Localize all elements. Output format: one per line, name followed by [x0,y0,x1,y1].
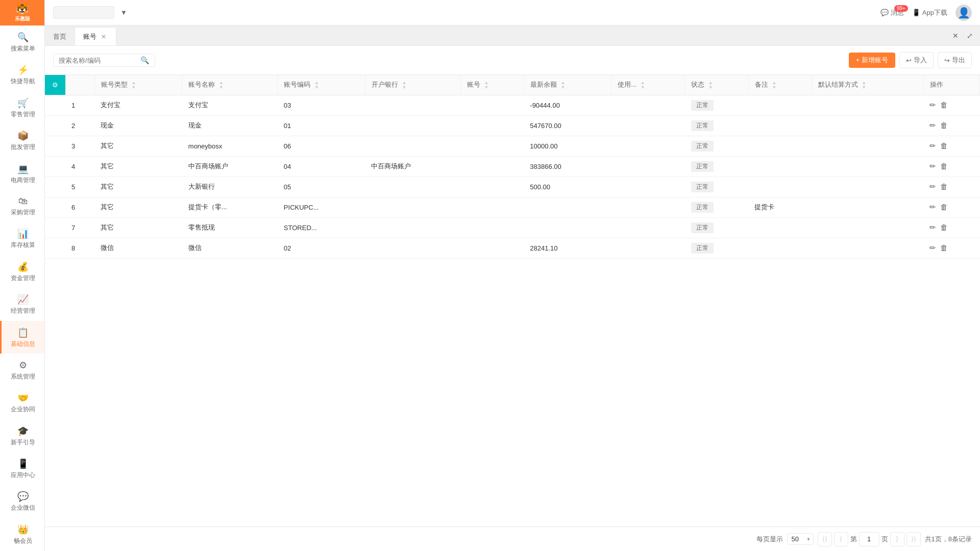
sidebar-item-shortcuts[interactable]: ⚡快捷导航 [0,58,44,91]
column-account[interactable]: 账号 ▲▼ [460,75,524,95]
sidebar-item-company-agreement[interactable]: 🤝企业协同 [0,386,44,419]
sidebar-item-enterprise-wechat[interactable]: 💬企业微信 [0,485,44,517]
sidebar-item-system[interactable]: ⚙系统管理 [0,354,44,386]
search-input[interactable] [59,57,140,64]
column-type[interactable]: 账号类型 ▲▼ [94,75,182,95]
tab-home-label: 首页 [53,32,66,41]
tab-account-label: 账号 [83,32,96,41]
sidebar-item-basic-info[interactable]: 📋基础信息 [0,321,44,354]
delete-button[interactable]: 🗑 [940,203,948,212]
action-buttons: ✏ 🗑 [929,223,973,232]
sidebar-item-purchase[interactable]: 🛍采购管理 [0,190,44,222]
column-balance[interactable]: 最新余额 ▲▼ [524,75,611,95]
column-name[interactable]: 账号名称 ▲▼ [182,75,278,95]
row-balance: 28241.10 [524,238,611,258]
ecommerce-label: 电商管理 [11,177,35,184]
sidebar-item-ecommerce[interactable]: 💻电商管理 [0,157,44,190]
edit-button[interactable]: ✏ [929,182,936,191]
row-status: 正常 [685,177,749,197]
row-status: 正常 [685,115,749,136]
expand-tab-icon[interactable]: ⤢ [964,30,976,42]
app-center-icon: 📱 [17,458,29,469]
delete-button[interactable]: 🗑 [940,243,948,253]
column-bank[interactable]: 开户银行 ▲▼ [365,75,460,95]
close-tab-icon[interactable]: ✕ [949,30,962,42]
row-use [611,115,685,136]
row-code: 02 [278,238,365,258]
edit-button[interactable]: ✏ [929,121,936,130]
app-logo: 🐯 乐惠版 [0,0,44,26]
column-code[interactable]: 账号编码 ▲▼ [278,75,365,95]
row-type: 支付宝 [94,95,182,115]
import-button[interactable]: ↩ 导入 [899,52,934,68]
page-last-button[interactable]: ⟩⟩ [906,532,921,546]
row-type: 其它 [94,217,182,238]
edit-button[interactable]: ✏ [929,101,936,110]
page-number-input[interactable] [859,532,879,546]
sidebar-item-newbie-guide[interactable]: 🎓新手引导 [0,419,44,452]
delete-button[interactable]: 🗑 [940,162,948,171]
column-no [65,75,94,95]
row-use [611,197,685,217]
column-gear[interactable]: ⚙ [45,75,65,95]
tab-account[interactable]: 账号✕ [75,27,116,45]
enterprise-wechat-icon: 💬 [17,491,29,502]
status-badge: 正常 [691,222,714,233]
delete-button[interactable]: 🗑 [940,141,948,151]
column-use[interactable]: 使用... ▲▼ [611,75,685,95]
column-remark[interactable]: 备注 ▲▼ [748,75,812,95]
tab-account-close[interactable]: ✕ [100,33,108,41]
message-badge: 99+ [894,5,908,12]
column-status[interactable]: 状态 ▲▼ [685,75,749,95]
page-size-select[interactable]: 50 100 [787,533,814,545]
search-icon: 🔍 [140,56,149,64]
purchase-icon: 🛍 [18,196,28,207]
row-bank [365,115,460,136]
status-badge: 正常 [691,243,714,254]
row-default-pay [812,115,923,136]
row-name: 中百商场账户 [182,156,278,177]
message-button[interactable]: 💬 消息 99+ [880,8,904,17]
edit-button[interactable]: ✏ [929,203,936,212]
column-default-pay[interactable]: 默认结算方式 ▲▼ [812,75,923,95]
status-badge: 正常 [691,161,714,172]
retail-icon: 🛒 [17,97,29,109]
row-account [460,238,524,258]
app-download-button[interactable]: 📱 App下载 [912,8,947,17]
delete-button[interactable]: 🗑 [940,182,948,191]
sidebar-item-app-center[interactable]: 📱应用中心 [0,452,44,485]
avatar[interactable]: 👤 [955,5,972,21]
pagination: 每页显示 50 100 ⟨⟨ ⟨ 第 页 ⟩ ⟩⟩ 共1页，8条记录 [45,527,980,551]
header-search-input[interactable] [53,6,114,19]
delete-button[interactable]: 🗑 [940,223,948,232]
page-first-button[interactable]: ⟨⟨ [818,532,832,546]
row-no: 1 [65,95,94,115]
header-dropdown[interactable]: ▼ [120,9,127,16]
page-prev-button[interactable]: ⟨ [834,532,848,546]
edit-button[interactable]: ✏ [929,223,936,232]
row-remark: 提货卡 [748,197,812,217]
sidebar-item-retail[interactable]: 🛒零售管理 [0,91,44,124]
sidebar-item-wholesale[interactable]: 📦批发管理 [0,124,44,157]
edit-button[interactable]: ✏ [929,243,936,253]
row-account [460,136,524,156]
row-default-pay [812,238,923,258]
export-button[interactable]: ↪ 导出 [938,52,972,68]
sidebar-item-member[interactable]: 👑畅会员 [0,518,44,550]
page-next-button[interactable]: ⟩ [890,532,904,546]
edit-button[interactable]: ✏ [929,141,936,151]
sidebar-item-inventory[interactable]: 📊库存核算 [0,222,44,255]
tab-home[interactable]: 首页 [45,27,75,45]
delete-button[interactable]: 🗑 [940,101,948,110]
add-account-button[interactable]: + 新增账号 [849,53,895,68]
edit-button[interactable]: ✏ [929,162,936,171]
row-gear [45,95,65,115]
search-menu-label: 搜索菜单 [11,45,35,52]
row-bank [365,238,460,258]
sidebar-item-operation[interactable]: 📈经营管理 [0,288,44,320]
sidebar-item-finance[interactable]: 💰资金管理 [0,255,44,288]
row-name: 支付宝 [182,95,278,115]
delete-button[interactable]: 🗑 [940,121,948,130]
sidebar-item-search-menu[interactable]: 🔍搜索菜单 [0,26,44,58]
app-label: App下载 [922,8,947,17]
